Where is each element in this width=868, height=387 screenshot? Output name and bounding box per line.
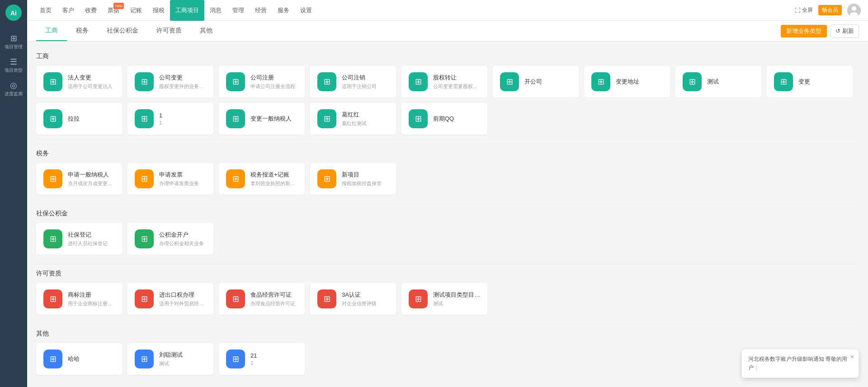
nav-business[interactable]: 工商项目: [170, 0, 204, 21]
card-name: 社保登记: [68, 231, 115, 239]
card-text: 新项目报税加税控盘保管: [342, 171, 389, 187]
card-text: 测试: [707, 78, 754, 86]
nav-message[interactable]: 消息: [204, 0, 227, 21]
new-business-type-button[interactable]: 新增业务类型: [781, 25, 827, 37]
card-item[interactable]: ⊞刘聪测试测试: [127, 343, 213, 375]
fullscreen-icon: ⛶: [795, 7, 800, 14]
card-item[interactable]: ⊞3A认证对企业信誉评级: [310, 283, 396, 315]
card-item[interactable]: ⊞测试项目类型目定义测试: [401, 283, 487, 315]
cards-grid-1: ⊞申请一般纳税人当月或次月成变更完成⊞申请发票办理申请发票业务⊞税务报道+记账拿…: [36, 163, 859, 195]
nav-ticket[interactable]: 票据 new: [102, 0, 125, 21]
card-item[interactable]: ⊞开公司: [493, 66, 579, 98]
nav-fee[interactable]: 收费: [80, 0, 102, 21]
project-type-icon: ☰: [10, 57, 17, 67]
card-name: 进出口权办理: [159, 291, 206, 299]
card-item[interactable]: ⊞股权转让公司变更需要股权转让: [401, 66, 487, 98]
card-text: 前期QQ: [433, 115, 480, 123]
sidebar-item-project-type[interactable]: ☰ 项目类型: [0, 53, 27, 77]
card-name: 申请发票: [159, 171, 206, 179]
card-name: 申请一般纳税人: [68, 171, 115, 179]
card-desc: 股权变更外的业务变更: [159, 83, 206, 90]
card-name: 拉拉: [68, 115, 115, 123]
card-name: 新项目: [342, 171, 389, 179]
card-item[interactable]: ⊞税务报道+记账拿到营业执照的新公司: [219, 163, 305, 195]
card-item[interactable]: ⊞前期QQ: [401, 103, 487, 135]
tab-other[interactable]: 其他: [191, 21, 222, 41]
card-item[interactable]: ⊞211: [219, 343, 305, 375]
card-item[interactable]: ⊞食品经营许可证办理食品经营许可证: [219, 283, 305, 315]
user-avatar[interactable]: [847, 4, 861, 17]
sidebar-item-label-progress: 进度监测: [5, 91, 23, 97]
nav-operation[interactable]: 经营: [250, 0, 272, 21]
card-item[interactable]: ⊞变更: [767, 66, 853, 98]
card-item[interactable]: ⊞进出口权办理适用于对外贸易经营者: [127, 283, 213, 315]
card-icon: ⊞: [135, 229, 154, 248]
card-item[interactable]: ⊞法人变更适用于公司变更法人: [36, 66, 122, 98]
card-item[interactable]: ⊞变更地址: [584, 66, 670, 98]
sidebar-item-project-management[interactable]: ⊞ 项目管理: [0, 30, 27, 53]
nav-manage[interactable]: 管理: [227, 0, 250, 21]
tab-xuke[interactable]: 许可资质: [147, 21, 191, 41]
card-icon: ⊞: [317, 72, 336, 91]
nav-tax[interactable]: 报税: [147, 0, 170, 21]
content-header-actions: 新增业务类型 ↺ 刷新: [781, 24, 859, 38]
card-name: 税务报道+记账: [250, 171, 297, 179]
card-item[interactable]: ⊞社保登记进行人员社保登记: [36, 223, 122, 255]
card-item[interactable]: ⊞公积金开户办理公积金相关业务: [127, 223, 213, 255]
tab-shebao[interactable]: 社保公积金: [98, 21, 147, 41]
card-icon: ⊞: [135, 109, 154, 128]
nav-customer[interactable]: 客户: [57, 0, 80, 21]
card-desc: 办理食品经营许可证: [250, 300, 297, 307]
card-text: 公积金开户办理公积金相关业务: [159, 231, 206, 247]
vip-button[interactable]: 畅会员: [818, 5, 842, 15]
card-item[interactable]: ⊞申请一般纳税人当月或次月成变更完成: [36, 163, 122, 195]
nav-service[interactable]: 服务: [272, 0, 295, 21]
card-text: 变更地址: [616, 78, 663, 86]
fullscreen-button[interactable]: ⛶ 全屏: [795, 6, 813, 14]
card-icon: ⊞: [135, 289, 154, 308]
notification-close-button[interactable]: ×: [850, 353, 854, 360]
section-title-0: 工商: [36, 52, 859, 61]
card-text: 社保登记进行人员社保登记: [68, 231, 115, 247]
notification-text: 河北税务数字账户升级影响通知 尊敬的用户：: [748, 355, 852, 372]
card-item[interactable]: ⊞商标注册用于企业商标注册服务: [36, 283, 122, 315]
nav-bookkeeping[interactable]: 记账: [125, 0, 147, 21]
card-desc: 当月或次月成变更完成: [68, 180, 115, 187]
card-name: 变更: [798, 78, 845, 86]
card-icon: ⊞: [409, 72, 428, 91]
card-name: 开公司: [524, 78, 571, 86]
new-badge: new: [113, 3, 124, 9]
card-desc: 申请公司注册全流程: [250, 83, 297, 90]
nav-settings[interactable]: 设置: [295, 0, 317, 21]
section-title-1: 税务: [36, 149, 859, 158]
card-text: 申请一般纳税人当月或次月成变更完成: [68, 171, 115, 187]
card-name: 公司变更: [159, 74, 206, 82]
card-item[interactable]: ⊞11: [127, 103, 213, 135]
card-desc: 测试: [159, 360, 206, 367]
card-item[interactable]: ⊞新项目报税加税控盘保管: [310, 163, 396, 195]
sidebar-item-progress[interactable]: ◎ 进度监测: [0, 77, 27, 100]
main-area: 首页 客户 收费 票据 new 记账 报税 工商项目 消息 管理 经营 服务 设…: [27, 0, 868, 387]
card-item[interactable]: ⊞测试: [675, 66, 761, 98]
card-icon: ⊞: [317, 109, 336, 128]
card-item[interactable]: ⊞葛红红葛红红测试: [310, 103, 396, 135]
refresh-button[interactable]: ↺ 刷新: [830, 24, 859, 38]
card-name: 食品经营许可证: [250, 291, 297, 299]
tab-gongshang[interactable]: 工商: [36, 21, 67, 41]
section-title-3: 许可资质: [36, 270, 859, 278]
card-desc: 进行人员社保登记: [68, 240, 115, 247]
card-icon: ⊞: [43, 169, 62, 188]
card-text: 哈哈: [68, 355, 115, 363]
card-item[interactable]: ⊞公司注销适用于注销公司: [310, 66, 396, 98]
card-item[interactable]: ⊞哈哈: [36, 343, 122, 375]
card-item[interactable]: ⊞申请发票办理申请发票业务: [127, 163, 213, 195]
card-icon: ⊞: [43, 229, 62, 248]
card-item[interactable]: ⊞公司变更股权变更外的业务变更: [127, 66, 213, 98]
main-scroll-area: 工商⊞法人变更适用于公司变更法人⊞公司变更股权变更外的业务变更⊞公司注册申请公司…: [27, 42, 868, 387]
nav-home[interactable]: 首页: [34, 0, 57, 21]
card-item[interactable]: ⊞拉拉: [36, 103, 122, 135]
tab-shuiwu[interactable]: 税务: [67, 21, 98, 41]
card-desc: 适用于公司变更法人: [68, 83, 115, 90]
card-item[interactable]: ⊞变更一般纳税人: [219, 103, 305, 135]
card-item[interactable]: ⊞公司注册申请公司注册全流程: [219, 66, 305, 98]
